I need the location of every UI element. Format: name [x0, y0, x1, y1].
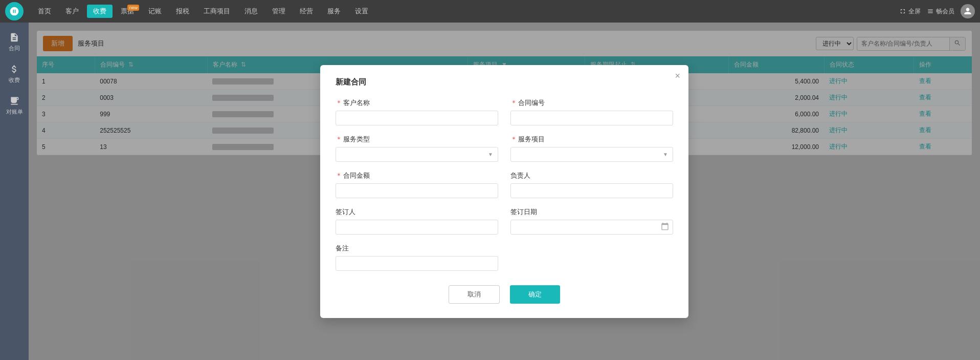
service-type-field: ＊ 服务类型 [336, 135, 498, 162]
contract-no-required-mark: ＊ [510, 98, 517, 108]
new-badge: new [127, 5, 139, 11]
contract-amount-input[interactable]: 0.00 [336, 183, 498, 198]
service-type-select-wrapper [336, 147, 498, 162]
signer-field: 签订人 [336, 207, 498, 235]
signer-input[interactable] [336, 220, 498, 235]
cancel-button[interactable]: 取消 [449, 285, 500, 304]
fee-icon [9, 63, 20, 75]
member-label: 畅会员 [936, 7, 954, 16]
service-item-required-mark: ＊ [510, 135, 517, 144]
remark-label: 备注 [336, 244, 349, 253]
nav-ticket[interactable]: 票据 new [115, 5, 140, 18]
form-row-2: ＊ 服务类型 ＊ 服务项目 [336, 135, 673, 162]
nav-message[interactable]: 消息 [238, 5, 264, 18]
remark-field: 备注 [336, 244, 498, 271]
top-navigation: 首页 客户 收费 票据 new 记账 报税 工商项目 消息 管理 经营 服务 设… [0, 0, 980, 23]
customer-name-input[interactable] [336, 111, 498, 125]
sidebar-contract-label: 合同 [9, 45, 20, 52]
nav-service[interactable]: 服务 [321, 5, 347, 18]
sidebar-fee-label: 收费 [9, 76, 20, 84]
amount-required-mark: ＊ [336, 171, 342, 180]
responsible-person-label: 负责人 [510, 171, 530, 180]
form-row-1: ＊ 客户名称 ＊ 合同编号 [336, 98, 673, 125]
sidebar-statement-label: 对账单 [6, 108, 23, 116]
service-item-select[interactable] [510, 147, 673, 162]
customer-name-field: ＊ 客户名称 [336, 98, 498, 125]
contract-no-input[interactable] [510, 111, 673, 125]
contract-icon [9, 32, 20, 43]
logo [5, 2, 24, 20]
sidebar-item-contract[interactable]: 合同 [1, 28, 28, 56]
nav-fee[interactable]: 收费 [87, 5, 113, 18]
member-button[interactable]: 畅会员 [927, 7, 954, 16]
signer-label: 签订人 [336, 207, 355, 217]
form-row-3: ＊ 合同金额 0.00 负责人 [336, 171, 673, 198]
modal-overlay: × 新建合同 ＊ 客户名称 ＊ 合同编号 [29, 23, 980, 360]
new-contract-modal: × 新建合同 ＊ 客户名称 ＊ 合同编号 [320, 65, 688, 318]
nav-client[interactable]: 客户 [59, 5, 85, 18]
calendar-icon[interactable] [661, 222, 669, 232]
nav-operation[interactable]: 经营 [294, 5, 319, 18]
confirm-button[interactable]: 确定 [510, 285, 560, 304]
sign-date-label: 签订日期 [510, 207, 537, 217]
statement-icon [9, 95, 20, 107]
nav-settings[interactable]: 设置 [349, 5, 374, 18]
service-type-label: 服务类型 [343, 135, 370, 144]
modal-footer: 取消 确定 [336, 285, 673, 304]
customer-required-mark: ＊ [336, 98, 342, 108]
nav-manage[interactable]: 管理 [266, 5, 292, 18]
nav-tax[interactable]: 报税 [170, 5, 195, 18]
customer-name-label: 客户名称 [343, 98, 370, 108]
sign-date-input[interactable]: 2023-06-06 [510, 220, 673, 235]
avatar[interactable] [961, 4, 975, 18]
nav-accounting[interactable]: 记账 [142, 5, 168, 18]
fullscreen-label: 全屏 [908, 7, 921, 16]
sidebar-item-fee[interactable]: 收费 [1, 59, 28, 88]
service-item-label: 服务项目 [518, 135, 545, 144]
nav-home[interactable]: 首页 [32, 5, 57, 18]
form-row-5: 备注 [336, 244, 673, 271]
sign-date-field: 签订日期 2023-06-06 [510, 207, 673, 235]
service-item-select-wrapper [510, 147, 673, 162]
service-item-field: ＊ 服务项目 [510, 135, 673, 162]
contract-no-label: 合同编号 [518, 98, 545, 108]
modal-close-button[interactable]: × [675, 71, 680, 80]
content-area: 新增 服务项目 进行中 已完成 已终止 [29, 23, 980, 360]
form-row-4: 签订人 签订日期 2023-06-06 [336, 207, 673, 235]
sidebar-item-statement[interactable]: 对账单 [1, 91, 28, 120]
responsible-person-input[interactable] [510, 183, 673, 198]
contract-no-field: ＊ 合同编号 [510, 98, 673, 125]
responsible-person-field: 负责人 [510, 171, 673, 198]
modal-title: 新建合同 [336, 77, 673, 87]
contract-amount-field: ＊ 合同金额 0.00 [336, 171, 498, 198]
nav-business[interactable]: 工商项目 [197, 5, 236, 18]
service-type-select[interactable] [336, 147, 498, 162]
contract-amount-label: 合同金额 [343, 171, 370, 180]
sidebar: 合同 收费 对账单 [0, 23, 29, 360]
nav-right: 全屏 畅会员 [899, 4, 975, 18]
sign-date-wrapper: 2023-06-06 [510, 220, 673, 235]
service-type-required-mark: ＊ [336, 135, 342, 144]
nav-menu: 首页 客户 收费 票据 new 记账 报税 工商项目 消息 管理 经营 服务 设… [32, 5, 899, 18]
remark-input[interactable] [336, 256, 498, 271]
fullscreen-button[interactable]: 全屏 [899, 7, 921, 16]
